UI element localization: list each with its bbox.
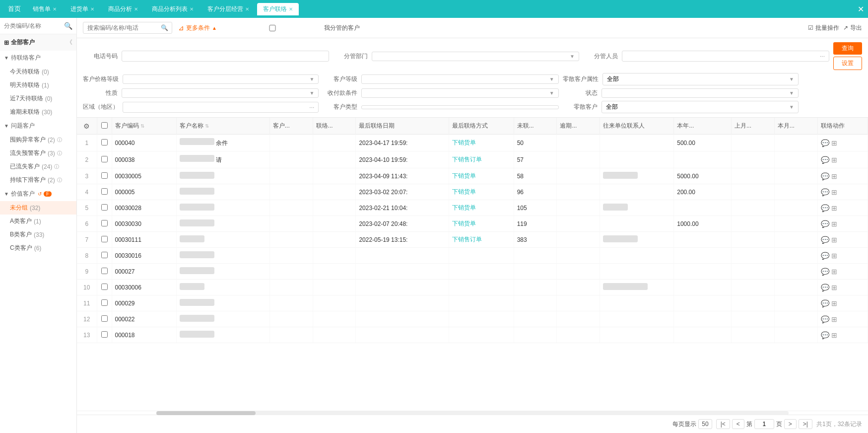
cell-checkbox[interactable] — [97, 264, 112, 280]
sidebar-item-churned[interactable]: 已流失客户 (24) ⓘ — [0, 160, 76, 173]
last-way-link[interactable]: 下销货单 — [452, 220, 476, 227]
row-checkbox[interactable] — [101, 268, 108, 274]
cell-checkbox[interactable] — [97, 232, 112, 248]
last-way-link[interactable]: 下销货单 — [452, 139, 476, 146]
sidebar-search-icon[interactable]: 🔍 — [64, 22, 72, 30]
grid-action-icon[interactable]: ⊞ — [831, 220, 837, 228]
grid-action-icon[interactable]: ⊞ — [831, 299, 837, 307]
customer-level-select[interactable]: ▼ — [361, 74, 558, 84]
chat-icon[interactable]: 💬 — [821, 156, 829, 164]
row-checkbox[interactable] — [101, 204, 108, 211]
close-customer-layer-icon[interactable]: ✕ — [245, 6, 249, 12]
last-page-btn[interactable]: >| — [799, 419, 812, 429]
grid-action-icon[interactable]: ⊞ — [831, 188, 837, 196]
close-sales-icon[interactable]: ✕ — [53, 6, 57, 12]
nav-tab-sales[interactable]: 销售单 ✕ — [27, 3, 63, 15]
sidebar-item-declining[interactable]: 持续下滑客户 (2) ⓘ — [0, 173, 76, 187]
row-checkbox[interactable] — [101, 252, 108, 258]
last-way-link[interactable]: 下销货单 — [452, 172, 476, 179]
cell-action[interactable]: 💬⊞ — [817, 216, 868, 232]
cell-checkbox[interactable] — [97, 327, 112, 343]
grid-action-icon[interactable]: ⊞ — [831, 156, 837, 164]
row-checkbox[interactable] — [101, 172, 108, 179]
cell-action[interactable]: 💬⊞ — [817, 168, 868, 184]
cell-lastway[interactable]: 下销货单 — [449, 168, 514, 184]
cell-lastway[interactable]: 下销货单 — [449, 135, 514, 151]
cell-lastway[interactable]: 下销售订单 — [449, 151, 514, 168]
cell-checkbox[interactable] — [97, 295, 112, 311]
cell-action[interactable]: 💬⊞ — [817, 264, 868, 280]
cell-lastway[interactable]: 下销货单 — [449, 216, 514, 232]
prev-page-btn[interactable]: < — [732, 419, 744, 429]
grid-action-icon[interactable]: ⊞ — [831, 236, 837, 244]
cell-checkbox[interactable] — [97, 151, 112, 168]
sidebar-item-churn-warning[interactable]: 流失预警客户 (3) ⓘ — [0, 146, 76, 160]
row-checkbox[interactable] — [101, 220, 108, 226]
grid-action-icon[interactable]: ⊞ — [831, 315, 837, 323]
last-way-link[interactable]: 下销售订单 — [452, 236, 482, 243]
close-purchase-icon[interactable]: ✕ — [90, 6, 94, 12]
nav-tab-purchase[interactable]: 进货单 ✕ — [65, 3, 100, 15]
customer-type-select[interactable] — [361, 105, 558, 109]
last-way-link[interactable]: 下销货单 — [452, 204, 476, 211]
sidebar-search-input[interactable] — [4, 22, 62, 29]
cell-action[interactable]: 💬⊞ — [817, 327, 868, 343]
person-select[interactable]: ··· — [622, 51, 829, 62]
th-code[interactable]: 客户编码 ⇅ — [112, 118, 176, 135]
sidebar-all-customers-header[interactable]: ⊞ 全部客户 《 — [0, 34, 76, 51]
price-level-select[interactable]: ▼ — [123, 74, 319, 84]
cell-action[interactable]: 💬⊞ — [817, 151, 868, 168]
main-search-input[interactable] — [83, 22, 172, 34]
cell-checkbox[interactable] — [97, 184, 112, 200]
cell-action[interactable]: 💬⊞ — [817, 184, 868, 200]
settings-gear-icon[interactable]: ⚙ — [83, 122, 90, 130]
cell-checkbox[interactable] — [97, 216, 112, 232]
sparse-attr-select[interactable]: 全部 ▼ — [602, 73, 799, 85]
next-page-btn[interactable]: > — [784, 419, 797, 429]
sidebar-item-7days[interactable]: 近7天待联络 (0) — [0, 92, 76, 105]
cell-checkbox[interactable] — [97, 200, 112, 216]
page-size-value[interactable]: 50 — [698, 419, 712, 429]
region-dots-icon[interactable]: ··· — [309, 104, 314, 111]
nav-tab-analysis[interactable]: 商品分析 ✕ — [102, 3, 144, 15]
sidebar-collapse-icon[interactable]: 《 — [67, 38, 72, 47]
last-way-link[interactable]: 下销售订单 — [452, 156, 482, 163]
row-checkbox[interactable] — [101, 188, 108, 195]
cell-action[interactable]: 💬⊞ — [817, 248, 868, 264]
chat-icon[interactable]: 💬 — [821, 268, 829, 276]
cell-action[interactable]: 💬⊞ — [817, 232, 868, 248]
dept-select[interactable]: ▼ — [372, 52, 579, 61]
chat-icon[interactable]: 💬 — [821, 284, 829, 291]
cell-lastway[interactable]: 下销货单 — [449, 200, 514, 216]
sidebar-item-type-b[interactable]: B类客户 (33) — [0, 228, 76, 241]
sidebar-item-ungrouped[interactable]: 未分组 (32) — [0, 201, 76, 215]
cell-action[interactable]: 💬⊞ — [817, 200, 868, 216]
scrollbar-thumb[interactable] — [156, 411, 256, 415]
cell-action[interactable]: 💬⊞ — [817, 280, 868, 295]
cell-checkbox[interactable] — [97, 168, 112, 184]
th-checkbox[interactable] — [97, 118, 112, 135]
reset-btn[interactable]: 设置 — [833, 57, 862, 70]
phone-input[interactable] — [122, 51, 329, 62]
grid-action-icon[interactable]: ⊞ — [831, 252, 837, 260]
sidebar-item-type-a[interactable]: A类客户 (1) — [0, 215, 76, 228]
more-filters-btn[interactable]: ⊿ 更多条件 ▲ — [178, 24, 217, 32]
grid-action-icon[interactable]: ⊞ — [831, 268, 837, 276]
th-name[interactable]: 客户名称 ⇅ — [176, 118, 269, 135]
sidebar-item-overdue[interactable]: 逾期未联络 (30) — [0, 105, 76, 119]
th-settings[interactable]: ⚙ — [77, 118, 97, 135]
sidebar-item-type-c[interactable]: C类客户 (6) — [0, 241, 76, 255]
grid-action-icon[interactable]: ⊞ — [831, 204, 837, 212]
row-checkbox[interactable] — [101, 331, 108, 338]
cell-checkbox[interactable] — [97, 135, 112, 151]
chat-icon[interactable]: 💬 — [821, 188, 829, 196]
sidebar-section-pending[interactable]: ▼ 待联络客户 — [0, 51, 76, 65]
nav-tab-customer-layer[interactable]: 客户分层经营 ✕ — [201, 3, 255, 15]
region-select[interactable]: ··· — [123, 102, 319, 113]
current-page-input[interactable] — [754, 419, 774, 429]
sidebar-item-today[interactable]: 今天待联络 (0) — [0, 65, 76, 78]
grid-action-icon[interactable]: ⊞ — [831, 284, 837, 291]
nav-tab-analysis-list[interactable]: 商品分析列表 ✕ — [146, 3, 200, 15]
sparse-select[interactable]: 全部 ▼ — [601, 101, 799, 113]
row-checkbox[interactable] — [101, 284, 108, 290]
